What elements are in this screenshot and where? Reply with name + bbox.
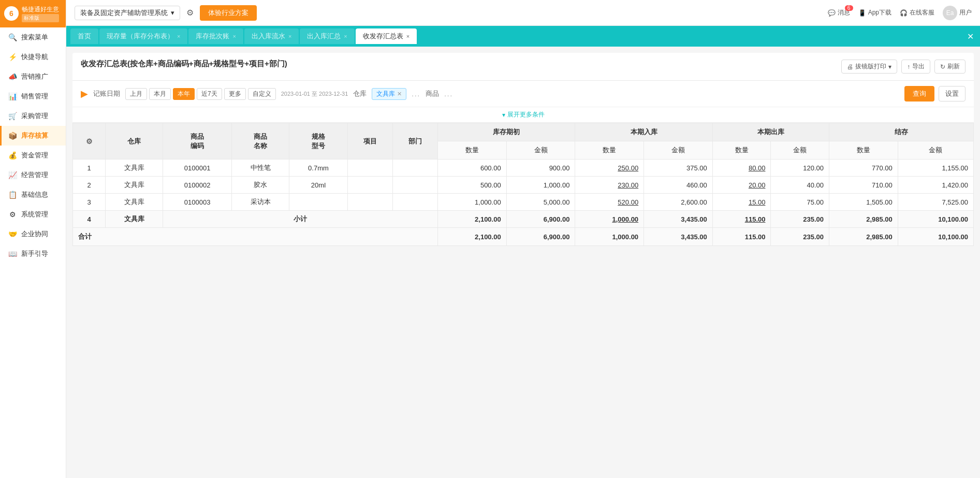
sidebar-item-2[interactable]: 📣营销推广 bbox=[0, 67, 66, 86]
sidebar-item-8[interactable]: 📋基础信息 bbox=[0, 185, 66, 205]
tab-close-4[interactable]: × bbox=[344, 33, 347, 39]
subtotal-out-amt: 235.00 bbox=[771, 211, 829, 228]
trial-button[interactable]: 体验行业方案 bbox=[200, 5, 257, 21]
th-goods-name: 商品名称 bbox=[231, 123, 289, 160]
sidebar-item-0[interactable]: 🔍搜索菜单 bbox=[0, 27, 66, 47]
row-project-1 bbox=[347, 177, 392, 194]
sidebar-icon-2: 📣 bbox=[8, 73, 17, 81]
print-button[interactable]: 🖨 拔镜版打印 ▾ bbox=[841, 60, 897, 74]
tab-3[interactable]: 出入库流水 × bbox=[244, 28, 299, 44]
refresh-button[interactable]: ↻ 刷新 bbox=[934, 60, 966, 74]
subtotal-in-qty[interactable]: 1,000.00 bbox=[575, 211, 644, 228]
filter-settings-button[interactable]: 设置 bbox=[939, 86, 966, 102]
tabbar: 首页现存量（库存分布表） ×库存批次账 ×出入库流水 ×出入库汇总 ×收发存汇总… bbox=[66, 26, 980, 47]
sidebar-item-4[interactable]: 🛒采购管理 bbox=[0, 106, 66, 126]
export-button[interactable]: ↑ 导出 bbox=[901, 60, 930, 74]
row-closing-qty-1: 710.00 bbox=[829, 177, 898, 194]
row-opening-amt-1: 1,000.00 bbox=[506, 177, 575, 194]
row-in-qty-2[interactable]: 520.00 bbox=[575, 194, 644, 211]
warehouse-tag[interactable]: 文具库 ✕ bbox=[372, 88, 406, 100]
logo-tag: 标准版 bbox=[22, 14, 59, 22]
date-btn-this-month[interactable]: 本月 bbox=[149, 88, 171, 100]
warehouse-tag-close[interactable]: ✕ bbox=[397, 91, 402, 97]
sidebar-item-1[interactable]: ⚡快捷导航 bbox=[0, 47, 66, 67]
settings-icon[interactable]: ⚙ bbox=[186, 8, 194, 18]
user-item[interactable]: Ea 用户 bbox=[943, 6, 972, 20]
sidebar-label-11: 新手引导 bbox=[21, 249, 48, 258]
messages-item[interactable]: 💬 消息 6 bbox=[828, 8, 850, 17]
online-service-item[interactable]: 🎧 在线客服 bbox=[900, 8, 934, 17]
tab-close-3[interactable]: × bbox=[288, 33, 291, 39]
tab-4[interactable]: 出入库汇总 × bbox=[300, 28, 354, 44]
sidebar-item-10[interactable]: 🤝企业协同 bbox=[0, 224, 66, 244]
th-opening-qty: 数量 bbox=[437, 141, 506, 160]
row-out-qty-2[interactable]: 15.00 bbox=[712, 194, 771, 211]
warehouse-tag-text: 文具库 bbox=[376, 90, 395, 98]
expand-button[interactable]: ▾ 展开更多条件 bbox=[502, 110, 545, 119]
subtotal-in-amt: 3,435.00 bbox=[644, 211, 713, 228]
message-icon: 💬 bbox=[828, 9, 836, 17]
sidebar-item-11[interactable]: 📖新手引导 bbox=[0, 244, 66, 264]
sidebar-icon-9: ⚙ bbox=[8, 210, 17, 219]
sidebar-logo: 6 畅捷通好生意 标准版 bbox=[0, 0, 66, 27]
sidebar-icon-5: 📦 bbox=[8, 132, 17, 140]
date-btn-more[interactable]: 更多 bbox=[224, 88, 246, 100]
app-download-item[interactable]: 📱 App下载 bbox=[858, 8, 891, 17]
th-goods-spec: 规格型号 bbox=[289, 123, 348, 160]
row-warehouse-1: 文具库 bbox=[106, 177, 163, 194]
sidebar-item-6[interactable]: 💰资金管理 bbox=[0, 146, 66, 165]
system-select[interactable]: 装备及固定资产辅助管理系统 ▾ bbox=[75, 6, 180, 20]
column-settings-icon[interactable]: ⚙ bbox=[86, 137, 93, 146]
tab-label-2: 库存批次账 bbox=[196, 32, 229, 41]
sidebar-item-9[interactable]: ⚙系统管理 bbox=[0, 205, 66, 224]
tab-label-4: 出入库汇总 bbox=[307, 32, 341, 41]
sidebar-item-5[interactable]: 📦库存核算 bbox=[0, 126, 66, 146]
export-label: 导出 bbox=[912, 62, 925, 71]
tab-close-5[interactable]: × bbox=[406, 33, 409, 39]
sidebar-label-0: 搜索菜单 bbox=[21, 33, 48, 42]
tab-1[interactable]: 现存量（库存分布表） × bbox=[99, 28, 187, 44]
topbar: 装备及固定资产辅助管理系统 ▾ ⚙ 体验行业方案 💬 消息 6 📱 App下载 … bbox=[66, 0, 980, 26]
row-out-qty-0[interactable]: 80.00 bbox=[712, 160, 771, 177]
row-out-qty-1[interactable]: 20.00 bbox=[712, 177, 771, 194]
chevron-down-icon: ▾ bbox=[502, 111, 505, 119]
row-in-qty-0[interactable]: 250.00 bbox=[575, 160, 644, 177]
row-opening-amt-0: 900.00 bbox=[506, 160, 575, 177]
tab-0[interactable]: 首页 bbox=[70, 28, 98, 44]
sidebar-item-3[interactable]: 📊销售管理 bbox=[0, 86, 66, 106]
sidebar-item-7[interactable]: 📈经营管理 bbox=[0, 165, 66, 185]
date-btn-custom[interactable]: 自定义 bbox=[248, 88, 276, 100]
tab-5[interactable]: 收发存汇总表 × bbox=[356, 28, 417, 44]
row-dept-1 bbox=[392, 177, 437, 194]
date-btn-7days[interactable]: 近7天 bbox=[197, 88, 222, 100]
tab-close-2[interactable]: × bbox=[232, 33, 236, 39]
headset-icon: 🎧 bbox=[900, 9, 908, 17]
row-out-amt-2: 75.00 bbox=[771, 194, 829, 211]
query-button[interactable]: 查询 bbox=[904, 86, 934, 102]
date-btn-last-month[interactable]: 上月 bbox=[125, 88, 147, 100]
tab-close-1[interactable]: × bbox=[177, 33, 180, 39]
sidebar-icon-1: ⚡ bbox=[8, 53, 17, 61]
row-opening-qty-1: 500.00 bbox=[437, 177, 506, 194]
date-btn-this-year[interactable]: 本年 bbox=[173, 88, 195, 100]
row-opening-qty-0: 600.00 bbox=[437, 160, 506, 177]
sidebar-label-8: 基础信息 bbox=[21, 190, 48, 199]
tab-2[interactable]: 库存批次账 × bbox=[188, 28, 243, 44]
tabbar-close-icon[interactable]: ✕ bbox=[967, 32, 974, 41]
sidebar-label-3: 销售管理 bbox=[21, 92, 48, 101]
sidebar: 6 畅捷通好生意 标准版 🔍搜索菜单⚡快捷导航📣营销推广📊销售管理🛒采购管理📦库… bbox=[0, 0, 66, 478]
app-download-label: App下载 bbox=[868, 8, 891, 17]
total-out-amt: 235.00 bbox=[771, 228, 829, 246]
page-content: 收发存汇总表(按仓库+商品编码+商品+规格型号+项目+部门) 🖨 拔镜版打印 ▾… bbox=[66, 47, 980, 478]
th-out-qty: 数量 bbox=[712, 141, 771, 160]
warehouse-more[interactable]: ... bbox=[412, 90, 420, 98]
sidebar-icon-4: 🛒 bbox=[8, 112, 17, 120]
th-settings[interactable]: ⚙ bbox=[73, 123, 106, 160]
total-opening-qty: 2,100.00 bbox=[437, 228, 506, 246]
subtotal-out-qty[interactable]: 115.00 bbox=[712, 211, 771, 228]
sidebar-icon-3: 📊 bbox=[8, 92, 17, 100]
filter-toggle-icon[interactable]: ▶ bbox=[81, 88, 88, 99]
row-out-amt-1: 40.00 bbox=[771, 177, 829, 194]
row-in-qty-1[interactable]: 230.00 bbox=[575, 177, 644, 194]
goods-more[interactable]: ... bbox=[444, 90, 453, 98]
